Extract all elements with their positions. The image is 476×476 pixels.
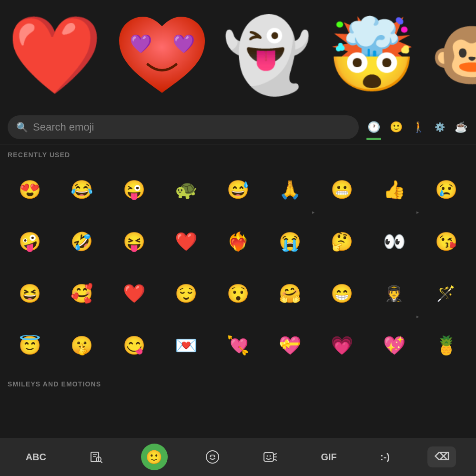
svg-point-7 — [206, 451, 219, 463]
animated-icon-svg — [263, 450, 277, 464]
emoji-cell[interactable]: 💖 — [368, 320, 420, 372]
emoji-cell[interactable]: 💌 — [160, 320, 212, 372]
animated-emoji-button[interactable] — [257, 446, 283, 468]
featured-strip: ❤️ 💜 💜 👻 🤯 🐵 ❤️ — [0, 0, 476, 110]
emoji-cell[interactable]: 😂 — [56, 163, 108, 215]
emoji-cell[interactable]: 🤗 — [264, 267, 316, 319]
emoji-cell[interactable]: 👍 — [368, 163, 420, 215]
svg-rect-10 — [264, 453, 273, 461]
bottom-bar: ABC 🙂 GIF :-) ⌫ — [0, 438, 476, 476]
emoji-cell[interactable]: 👀 — [368, 215, 420, 267]
person-icon: 🚶 — [412, 121, 425, 133]
emoji-cell[interactable]: 😅 — [212, 163, 264, 215]
emoji-cell[interactable]: ❤️ — [108, 267, 160, 319]
emoji-cell[interactable]: 🤣 — [56, 215, 108, 267]
emoji-cell[interactable]: 🤫 — [56, 320, 108, 372]
emoji-cell[interactable]: 😇 — [4, 320, 56, 372]
search-icon: 🔍 — [16, 122, 28, 133]
search-box[interactable]: 🔍 Search emoji — [8, 115, 359, 139]
emoji-cell[interactable]: 😋 — [108, 320, 160, 372]
emoji-cell[interactable]: 💗 — [316, 320, 368, 372]
emoji-cell[interactable]: 😢 — [420, 163, 472, 215]
svg-text:💜: 💜 — [172, 33, 195, 55]
tab-activity[interactable]: ⚙️ — [434, 120, 446, 134]
backspace-button[interactable]: ⌫ — [427, 446, 456, 467]
category-tabs: 🕐 🙂 🚶 ⚙️ ☕ — [365, 119, 468, 135]
emoji-cell[interactable]: 🧑‍✈️ — [368, 267, 420, 319]
clipboard-search-icon — [90, 450, 103, 464]
emoji-cell[interactable]: 😭 — [264, 215, 316, 267]
featured-emoji-1: ❤️ — [0, 17, 110, 93]
tab-smiley[interactable]: 🙂 — [389, 119, 404, 135]
clock-icon: 🕐 — [367, 121, 380, 133]
emoji-cell[interactable]: 😬 — [316, 163, 368, 215]
emoji-cell[interactable]: ❤️‍🔥 — [212, 215, 264, 267]
emoji-cell[interactable]: 🐢 — [160, 163, 212, 215]
featured-emoji-monkey: 🐵 — [424, 21, 476, 88]
emoticon-button[interactable]: :-) — [375, 448, 395, 466]
smiley-icon: 🙂 — [390, 121, 403, 133]
backspace-icon: ⌫ — [435, 451, 449, 463]
featured-emoji-mindblown: 🤯 — [319, 19, 424, 91]
svg-line-4 — [101, 461, 102, 463]
featured-emoji-ghost: 👻 — [214, 19, 319, 91]
emoji-cell[interactable]: 🤪 — [4, 215, 56, 267]
emoji-cell[interactable]: 🤔 — [316, 215, 368, 267]
gif-label: GIF — [321, 452, 336, 463]
emoticon-label: :-) — [380, 452, 390, 463]
clipboard-button[interactable] — [84, 446, 109, 467]
emoji-cell[interactable]: 😆 — [4, 267, 56, 319]
emoji-cell[interactable]: 😌 — [160, 267, 212, 319]
svg-point-8 — [210, 456, 211, 457]
emoji-cell[interactable]: 😯 — [212, 267, 264, 319]
tab-person[interactable]: 🚶 — [411, 119, 426, 135]
svg-point-12 — [270, 456, 271, 457]
recently-used-label: RECENTLY USED — [0, 144, 476, 162]
abc-label: ABC — [26, 452, 46, 463]
emoji-cell[interactable]: 😝 — [108, 215, 160, 267]
sticker-icon-svg — [205, 450, 220, 464]
emoji-cell[interactable]: 😁 — [316, 267, 368, 319]
search-input[interactable]: Search emoji — [33, 121, 94, 133]
emoji-cell[interactable]: 🍍 — [420, 320, 472, 372]
abc-button[interactable]: ABC — [20, 448, 52, 466]
svg-text:💜: 💜 — [130, 33, 152, 55]
emoji-active-icon: 🙂 — [146, 449, 162, 465]
main-content: RECENTLY USED 😍 😂 😜 🐢 😅 🙏 😬 👍 😢 🤪 🤣 😝 ❤️… — [0, 144, 476, 438]
tab-recent[interactable]: 🕐 — [366, 119, 381, 135]
featured-emoji-heart: 💜 💜 — [110, 2, 214, 107]
emoji-cell[interactable]: 🪄 — [420, 267, 472, 319]
emoji-cell[interactable]: 🙏 — [264, 163, 316, 215]
emoji-cell[interactable]: 😜 — [108, 163, 160, 215]
emoji-cell[interactable]: 💘 — [212, 320, 264, 372]
gif-button[interactable]: GIF — [315, 448, 342, 466]
emoji-cell[interactable]: 😘 — [420, 215, 472, 267]
emoji-cell[interactable]: 🥰 — [56, 267, 108, 319]
emoji-grid-recent: 😍 😂 😜 🐢 😅 🙏 😬 👍 😢 🤪 🤣 😝 ❤️ ❤️‍🔥 😭 🤔 👀 😘 … — [0, 162, 476, 374]
svg-point-9 — [213, 456, 215, 457]
svg-point-11 — [267, 456, 268, 457]
tab-food[interactable]: ☕ — [454, 119, 468, 135]
emoji-cell[interactable]: ❤️ — [160, 215, 212, 267]
emoji-cell[interactable]: 😍 — [4, 163, 56, 215]
smileys-label: SMILEYS AND EMOTIONS — [0, 374, 476, 391]
search-area: 🔍 Search emoji 🕐 🙂 🚶 ⚙️ ☕ — [0, 110, 476, 139]
emoji-cell[interactable]: 💝 — [264, 320, 316, 372]
food-icon: ☕ — [455, 121, 467, 133]
emoji-picker-button[interactable]: 🙂 — [141, 444, 168, 470]
sticker-button[interactable] — [200, 446, 225, 468]
activity-icon: ⚙️ — [435, 122, 445, 132]
